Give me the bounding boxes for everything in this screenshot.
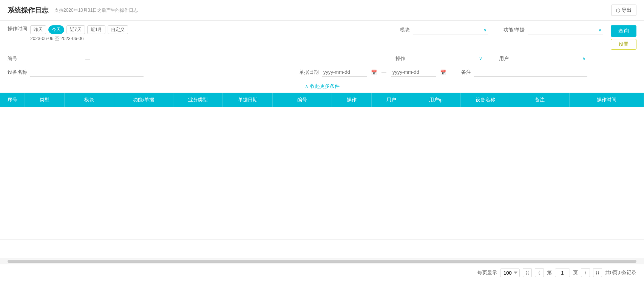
col-optime: 操作时间 xyxy=(570,93,644,107)
col-biztype: 业务类型 xyxy=(173,93,223,107)
number-dash: — xyxy=(85,56,90,62)
module-select-wrapper: ∨ xyxy=(413,25,488,34)
next-page-button[interactable]: ⟩ xyxy=(581,268,590,277)
filter-section: 操作时间 昨天 今天 近7天 近1月 自定义 2023-06-06 至 2023… xyxy=(0,21,644,93)
empty-cell xyxy=(0,107,644,239)
number-label: 编号 xyxy=(8,55,17,62)
first-page-button[interactable]: ⟨⟨ xyxy=(523,268,532,277)
time-btn-7days[interactable]: 近7天 xyxy=(66,25,85,34)
col-operation: 操作 xyxy=(332,93,371,107)
scrollbar-thumb[interactable] xyxy=(8,260,636,263)
settings-button[interactable]: 设置 xyxy=(611,39,636,50)
col-userip: 用户ip xyxy=(411,93,460,107)
time-label: 操作时间 xyxy=(8,25,27,32)
collapse-up-icon: ∧ xyxy=(305,84,309,89)
device-label: 设备名称 xyxy=(8,69,27,76)
col-number: 编号 xyxy=(272,93,332,107)
number-end-input[interactable] xyxy=(95,54,155,63)
page-title: 系统操作日志 xyxy=(8,6,48,15)
user-label: 用户 xyxy=(499,55,509,62)
module-filter: 模块 ∨ xyxy=(400,25,488,34)
table-body xyxy=(0,107,644,239)
empty-row xyxy=(0,107,644,239)
user-select-wrapper: ∨ xyxy=(512,54,587,63)
col-function: 功能/单据 xyxy=(114,93,173,107)
operation-select-wrapper: ∨ xyxy=(408,54,484,63)
time-filter: 操作时间 昨天 今天 近7天 近1月 自定义 2023-06-06 至 2023… xyxy=(8,25,128,42)
time-btn-custom[interactable]: 自定义 xyxy=(108,25,128,34)
module-label: 模块 xyxy=(400,26,410,33)
time-filter-group: 昨天 今天 近7天 近1月 自定义 2023-06-06 至 2023-06-0… xyxy=(30,25,128,42)
filter-row-2: 编号 — 操作 ∨ 用户 ∨ xyxy=(8,54,636,63)
col-index: 序号 xyxy=(0,93,25,107)
docdate-end-input[interactable] xyxy=(391,68,436,77)
docdate-dash: — xyxy=(381,70,386,75)
device-input[interactable] xyxy=(30,68,144,77)
time-range-display: 2023-06-06 至 2023-06-06 xyxy=(30,36,128,42)
query-button[interactable]: 查询 xyxy=(611,25,636,37)
col-device: 设备名称 xyxy=(460,93,510,107)
page-label: 第 xyxy=(547,269,552,276)
user-filter: 用户 ∨ xyxy=(499,54,587,63)
function-filter: 功能/单据 ∨ xyxy=(503,25,603,34)
col-user: 用户 xyxy=(371,93,411,107)
page-subtitle: 支持2020年10月31日之后产生的操作日志 xyxy=(54,7,138,14)
page-unit: 页 xyxy=(573,269,578,276)
number-start-input[interactable] xyxy=(20,54,81,63)
page-number-input[interactable]: 1 xyxy=(555,269,570,277)
time-btn-1month[interactable]: 近1月 xyxy=(87,25,106,34)
collapse-row: ∧ 收起更多条件 xyxy=(8,81,636,93)
remark-input[interactable] xyxy=(474,68,587,77)
col-module: 模块 xyxy=(64,93,114,107)
pagination: 每页显示 100 10 20 50 200 ⟨⟨ ⟨ 第 1 页 ⟩ ⟩⟩ 共0… xyxy=(0,264,644,281)
time-buttons: 昨天 今天 近7天 近1月 自定义 xyxy=(30,25,128,34)
horizontal-scrollbar[interactable] xyxy=(0,258,644,264)
table-header-row: 序号 类型 模块 功能/单据 业务类型 单据日期 编号 操作 用户 用户ip 设… xyxy=(0,93,644,107)
user-select[interactable] xyxy=(512,54,587,63)
collapse-button[interactable]: ∧ 收起更多条件 xyxy=(305,83,340,90)
device-filter: 设备名称 xyxy=(8,68,144,77)
export-button[interactable]: ⬡ 导出 xyxy=(611,5,636,16)
calendar-end-icon[interactable]: 📅 xyxy=(440,70,446,75)
function-select-wrapper: ∨ xyxy=(528,25,603,34)
docdate-start-input[interactable] xyxy=(322,68,367,77)
page-header: 系统操作日志 支持2020年10月31日之后产生的操作日志 ⬡ 导出 xyxy=(0,0,644,21)
export-icon: ⬡ xyxy=(616,8,620,13)
function-select[interactable] xyxy=(528,25,603,34)
filter-row-1: 操作时间 昨天 今天 近7天 近1月 自定义 2023-06-06 至 2023… xyxy=(8,25,636,50)
header-actions: ⬡ 导出 xyxy=(611,5,636,16)
col-remark: 备注 xyxy=(510,93,569,107)
per-page-label: 每页显示 xyxy=(477,269,497,276)
time-btn-today[interactable]: 今天 xyxy=(48,25,64,34)
col-docdate: 单据日期 xyxy=(223,93,272,107)
module-select[interactable] xyxy=(413,25,488,34)
calendar-start-icon[interactable]: 📅 xyxy=(371,70,377,75)
action-buttons: 查询 设置 xyxy=(611,25,636,50)
filter-row-3: 设备名称 单据日期 📅 — 📅 备注 xyxy=(8,68,636,77)
total-label: 共0页,0条记录 xyxy=(605,269,636,276)
collapse-label: 收起更多条件 xyxy=(310,83,340,90)
time-btn-yesterday[interactable]: 昨天 xyxy=(30,25,46,34)
last-page-button[interactable]: ⟩⟩ xyxy=(593,268,602,277)
operation-filter: 操作 ∨ xyxy=(395,54,484,63)
col-type: 类型 xyxy=(25,93,65,107)
docdate-label: 单据日期 xyxy=(299,69,319,76)
operation-label: 操作 xyxy=(395,55,405,62)
table-wrapper: 序号 类型 模块 功能/单据 业务类型 单据日期 编号 操作 用户 用户ip 设… xyxy=(0,93,644,258)
data-table: 序号 类型 模块 功能/单据 业务类型 单据日期 编号 操作 用户 用户ip 设… xyxy=(0,93,644,240)
operation-select[interactable] xyxy=(408,54,484,63)
remark-label: 备注 xyxy=(461,69,471,76)
function-label: 功能/单据 xyxy=(503,26,525,33)
per-page-select[interactable]: 100 10 20 50 200 xyxy=(500,269,520,277)
prev-page-button[interactable]: ⟨ xyxy=(535,268,544,277)
table-header: 序号 类型 模块 功能/单据 业务类型 单据日期 编号 操作 用户 用户ip 设… xyxy=(0,93,644,107)
number-filter: 编号 — xyxy=(8,54,155,63)
docdate-filter: 单据日期 📅 — 📅 xyxy=(299,68,446,77)
remark-filter: 备注 xyxy=(461,68,587,77)
